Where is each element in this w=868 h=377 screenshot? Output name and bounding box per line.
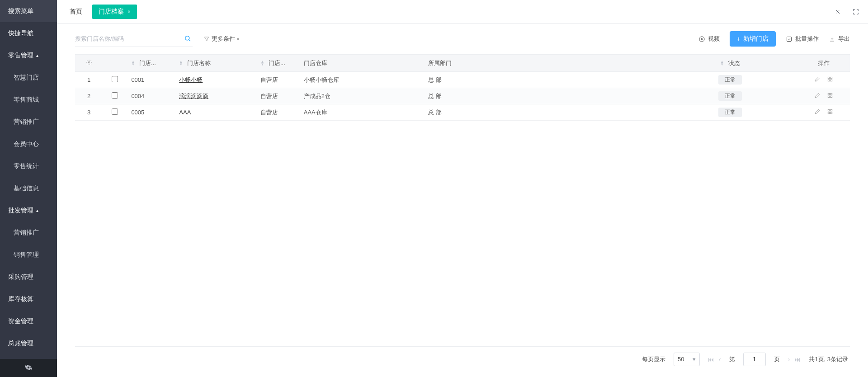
sidebar-item-label: 零售管理 (8, 52, 33, 60)
sidebar-item-9[interactable]: 批发管理▴ (0, 199, 57, 221)
store-name-link[interactable]: 滴滴滴滴滴 (179, 93, 208, 99)
more-filters-label: 更多条件 (212, 35, 235, 43)
cell-type: 自营店 (256, 104, 299, 121)
sidebar-item-label: 营销推广 (14, 229, 39, 237)
edit-icon[interactable] (814, 92, 821, 100)
sidebar-item-label: 快捷导航 (8, 29, 33, 38)
store-name-link[interactable]: 小畅小畅 (179, 76, 203, 83)
close-all-tabs-button[interactable] (832, 6, 844, 18)
toolbar: 更多条件 ▾ 视频 + 新增门店 批量操作 导出 (57, 24, 868, 54)
cell-code: 0005 (127, 104, 175, 121)
row-checkbox[interactable] (112, 92, 118, 99)
caret-up-icon: ▴ (36, 208, 38, 213)
row-checkbox[interactable] (112, 108, 118, 115)
svg-rect-6 (828, 80, 830, 81)
tab-home[interactable]: 首页 (63, 5, 89, 19)
sidebar-settings-button[interactable] (0, 359, 57, 377)
sidebar-item-15[interactable]: 总账管理 (0, 332, 57, 354)
sidebar-item-8[interactable]: 基础信息 (0, 177, 57, 199)
export-button[interactable]: 导出 (829, 35, 850, 43)
col-warehouse[interactable]: 门店仓库 (299, 55, 424, 72)
svg-rect-2 (787, 37, 792, 41)
row-index: 1 (75, 72, 103, 88)
cell-name: 小畅小畅 (175, 72, 256, 88)
page-first-button[interactable]: ⏮ (708, 356, 714, 363)
cell-status: 正常 (663, 72, 797, 88)
plus-icon: + (737, 35, 741, 42)
sidebar-item-label: 会员中心 (14, 140, 39, 148)
row-checkbox-cell (103, 88, 127, 104)
col-dept[interactable]: 所属部门 (424, 55, 663, 72)
col-name[interactable]: ▲▼ 门店名称 (175, 55, 256, 72)
per-page-select[interactable]: 50 ▾ (674, 353, 700, 366)
video-button[interactable]: 视频 (698, 35, 720, 43)
sidebar-item-2[interactable]: 零售管理▴ (0, 44, 57, 66)
search-input[interactable] (75, 31, 193, 47)
pagination-summary: 共1页, 3条记录 (809, 355, 848, 363)
batch-action-button[interactable]: 批量操作 (786, 35, 819, 43)
svg-rect-13 (830, 109, 832, 111)
cell-actions (797, 104, 850, 121)
sidebar-item-11[interactable]: 销售管理 (0, 244, 57, 266)
sidebar-item-3[interactable]: 智慧门店 (0, 66, 57, 89)
more-icon[interactable] (827, 108, 833, 116)
svg-rect-15 (830, 112, 832, 114)
table-row: 20004滴滴滴滴滴自营店产成品2仓总 部正常 (75, 88, 850, 104)
search-wrap (75, 31, 193, 47)
status-badge: 正常 (718, 75, 742, 85)
sidebar-item-12[interactable]: 采购管理 (0, 266, 57, 288)
fullscreen-button[interactable] (850, 6, 862, 18)
gear-icon (24, 363, 33, 373)
sidebar-item-13[interactable]: 库存核算 (0, 288, 57, 310)
close-icon[interactable]: × (127, 9, 131, 15)
tab-store-archive[interactable]: 门店档案 × (92, 5, 137, 19)
search-icon[interactable] (184, 34, 192, 44)
sidebar-item-5[interactable]: 营销推广 (0, 111, 57, 133)
sidebar-item-0[interactable]: 搜索菜单 (0, 0, 57, 22)
edit-icon[interactable] (814, 76, 821, 84)
svg-rect-4 (828, 77, 830, 79)
sidebar-item-label: 智慧门店 (14, 74, 39, 82)
more-icon[interactable] (827, 92, 833, 100)
table-wrap: ▲▼ 门店... ▲▼ 门店名称 ▲▼ 门店... 门店仓库 (57, 54, 868, 377)
svg-rect-7 (830, 80, 832, 81)
sidebar-item-label: 基础信息 (14, 184, 39, 193)
sort-icon: ▲▼ (260, 61, 264, 66)
col-status[interactable]: ▲▼ 状态 (663, 55, 797, 72)
table-row: 10001小畅小畅自营店小畅小畅仓库总 部正常 (75, 72, 850, 88)
col-settings[interactable] (75, 55, 103, 72)
sidebar-item-10[interactable]: 营销推广 (0, 221, 57, 244)
status-badge: 正常 (718, 91, 742, 101)
page-prev-button[interactable]: ‹ (719, 356, 721, 363)
svg-point-1 (699, 36, 704, 41)
store-name-link[interactable]: AAA (179, 109, 191, 116)
cell-status: 正常 (663, 104, 797, 121)
col-type[interactable]: ▲▼ 门店... (256, 55, 299, 72)
page-prefix: 第 (729, 355, 735, 363)
more-filters-button[interactable]: 更多条件 ▾ (203, 35, 239, 43)
tabs-bar: 首页 门店档案 × (57, 0, 868, 24)
page-next-button[interactable]: › (788, 356, 790, 363)
chevron-down-icon: ▾ (693, 356, 696, 363)
row-checkbox[interactable] (112, 76, 118, 82)
add-store-button[interactable]: + 新增门店 (730, 31, 776, 47)
col-code[interactable]: ▲▼ 门店... (127, 55, 175, 72)
main: 首页 门店档案 × (57, 0, 868, 377)
page-input[interactable] (743, 353, 766, 366)
svg-rect-10 (828, 96, 830, 98)
pagination: 每页显示 50 ▾ ⏮ ‹ 第 页 › ⏭ 共1页, 3条记录 (75, 346, 850, 372)
cell-warehouse: AAA仓库 (299, 104, 424, 121)
per-page-label: 每页显示 (642, 355, 665, 363)
sidebar-item-label: 采购管理 (8, 273, 33, 281)
sidebar-item-label: 营销推广 (14, 118, 39, 126)
row-index: 3 (75, 104, 103, 121)
sidebar-item-6[interactable]: 会员中心 (0, 133, 57, 155)
more-icon[interactable] (827, 76, 833, 84)
sidebar-item-4[interactable]: 零售商城 (0, 89, 57, 111)
page-last-button[interactable]: ⏭ (794, 356, 801, 363)
sidebar-item-14[interactable]: 资金管理 (0, 310, 57, 332)
sidebar-item-1[interactable]: 快捷导航 (0, 22, 57, 44)
edit-icon[interactable] (814, 108, 821, 116)
sidebar-item-7[interactable]: 零售统计 (0, 155, 57, 177)
svg-rect-8 (828, 93, 830, 95)
